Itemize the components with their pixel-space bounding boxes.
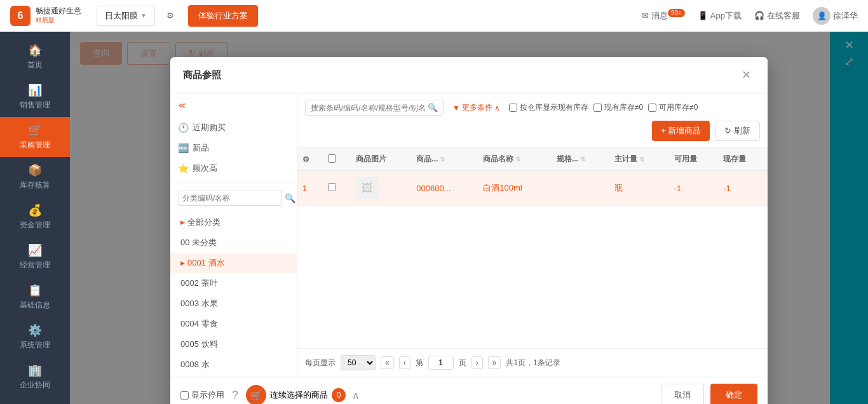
category-search-icon[interactable]: 🔍 bbox=[285, 193, 295, 203]
divider-1 bbox=[170, 184, 297, 184]
filter-button[interactable]: ▼ 更多条件 ∧ bbox=[449, 100, 504, 116]
topbar-right: ✉ 消息 99+ 📱 App下载 🎧 在线客服 👤 徐泽华 bbox=[642, 7, 858, 25]
show-disabled-text: 显示停用 bbox=[191, 389, 224, 401]
messages-badge: 99+ bbox=[668, 9, 685, 17]
online-service-btn[interactable]: 🎧 在线客服 bbox=[754, 10, 800, 22]
category-0001-label: 0001 酒水 bbox=[187, 257, 225, 269]
available-nonzero-checkbox-label[interactable]: 可用库存≠0 bbox=[648, 102, 698, 113]
purchase-icon: 🛒 bbox=[28, 123, 42, 137]
cancel-button[interactable]: 取消 bbox=[661, 384, 704, 404]
category-0003[interactable]: 0003 水果 bbox=[170, 293, 297, 314]
category-00[interactable]: 00 未分类 bbox=[170, 232, 297, 253]
warehouse-checkbox-label[interactable]: 按仓库显示现有库存 bbox=[509, 102, 588, 113]
available-nonzero-text: 可用库存≠0 bbox=[659, 102, 698, 113]
product-search-icon[interactable]: 🔍 bbox=[428, 103, 438, 112]
th-image: 商品图片 bbox=[351, 148, 412, 171]
system-icon: ⚙️ bbox=[28, 323, 42, 337]
first-page-button[interactable]: « bbox=[381, 356, 394, 369]
product-search-input[interactable] bbox=[311, 104, 425, 112]
active-triangle-icon: ▶ bbox=[180, 260, 185, 266]
cart-icon: 🛒 bbox=[246, 385, 266, 404]
experience-button[interactable]: 体验行业方案 bbox=[188, 5, 258, 27]
th-settings[interactable]: ⚙ bbox=[297, 148, 323, 171]
category-0001[interactable]: ▶ 0001 酒水 bbox=[170, 253, 297, 273]
sidebar-item-purchase[interactable]: 🛒 采购管理 bbox=[0, 117, 70, 157]
th-code[interactable]: 商品... bbox=[411, 148, 478, 171]
mobile-icon: 📱 bbox=[698, 11, 708, 20]
sidebar-label-finance: 资金管理 bbox=[20, 220, 50, 231]
cart-collapse-icon[interactable]: ∧ bbox=[352, 389, 360, 401]
show-disabled-label[interactable]: 显示停用 bbox=[180, 389, 224, 401]
th-checkbox[interactable] bbox=[323, 148, 350, 171]
next-page-button[interactable]: › bbox=[471, 356, 483, 369]
nav-selector[interactable]: 日太阳膜 ▼ bbox=[97, 6, 155, 26]
page-number-input[interactable] bbox=[428, 356, 454, 370]
available-nonzero-checkbox[interactable] bbox=[648, 104, 656, 112]
user-area[interactable]: 👤 徐泽华 bbox=[813, 7, 858, 25]
modal-footer: 显示停用 ? 🛒 连续选择的商品 0 ∧ 取消 确定 bbox=[170, 377, 768, 404]
modal-close-button[interactable]: ✕ bbox=[737, 66, 755, 84]
sidebar-item-inventory[interactable]: 📦 库存核算 bbox=[0, 157, 70, 197]
category-all[interactable]: ▶ 全部分类 bbox=[170, 212, 297, 232]
page-label: 第 bbox=[416, 358, 423, 368]
th-spec[interactable]: 规格... bbox=[552, 148, 609, 171]
category-search-input[interactable] bbox=[178, 191, 282, 206]
sidebar-item-basic[interactable]: 📋 基础信息 bbox=[0, 277, 70, 317]
app-download-btn[interactable]: 📱 App下载 bbox=[698, 10, 742, 22]
page-size-label: 每页显示 bbox=[305, 358, 336, 368]
category-0008[interactable]: 0008 水 bbox=[170, 354, 297, 372]
select-all-checkbox[interactable] bbox=[328, 154, 336, 163]
settings-icon[interactable]: ⚙ bbox=[160, 6, 180, 26]
prev-page-button[interactable]: ‹ bbox=[399, 356, 410, 369]
confirm-button[interactable]: 确定 bbox=[710, 384, 757, 404]
quick-link-frequent-label: 频次高 bbox=[193, 163, 217, 174]
cart-area[interactable]: 🛒 连续选择的商品 0 ∧ bbox=[246, 385, 360, 404]
nav-selector-label: 日太阳膜 bbox=[105, 10, 138, 22]
left-panel-header: ≪ bbox=[170, 98, 297, 115]
row-checkbox[interactable] bbox=[328, 183, 336, 191]
sidebar-item-home[interactable]: 🏠 首页 bbox=[0, 37, 70, 77]
pagination-row: 每页显示 50 20 100 « ‹ 第 页 › bbox=[297, 348, 768, 377]
add-product-button[interactable]: + 新增商品 bbox=[652, 121, 710, 141]
show-disabled-checkbox[interactable] bbox=[180, 391, 189, 400]
modal-title: 商品参照 bbox=[183, 69, 221, 81]
sidebar-item-enterprise[interactable]: 🏢 企业协同 bbox=[0, 357, 70, 397]
headset-icon: 🎧 bbox=[754, 11, 764, 20]
category-0002[interactable]: 0002 茶叶 bbox=[170, 273, 297, 293]
stock-nonzero-checkbox[interactable] bbox=[593, 104, 602, 112]
quick-link-frequent[interactable]: ⭐ 频次高 bbox=[170, 158, 297, 178]
clock-icon: 🕐 bbox=[178, 123, 189, 133]
stock-nonzero-checkbox-label[interactable]: 现有库存≠0 bbox=[593, 102, 643, 113]
warehouse-checkbox[interactable] bbox=[509, 104, 517, 112]
th-name[interactable]: 商品名称 bbox=[478, 148, 552, 171]
help-icon[interactable]: ? bbox=[232, 389, 238, 402]
sidebar-item-system[interactable]: ⚙️ 系统管理 bbox=[0, 317, 70, 357]
page-size-select[interactable]: 50 20 100 bbox=[341, 355, 376, 370]
td-stock: -1 bbox=[718, 171, 768, 206]
sidebar-item-sales[interactable]: 📊 销售管理 bbox=[0, 77, 70, 117]
sidebar-item-guide[interactable]: 🎯 新手引导 bbox=[0, 397, 70, 404]
sidebar-item-finance[interactable]: 💰 资金管理 bbox=[0, 197, 70, 237]
table-row[interactable]: 1 🖼 000600... 白酒100ml 瓶 bbox=[297, 171, 768, 206]
category-0004[interactable]: 0004 零食 bbox=[170, 314, 297, 334]
refresh-product-button[interactable]: ↻ 刷新 bbox=[715, 121, 760, 141]
footer-right: 取消 确定 bbox=[661, 384, 757, 404]
quick-link-new[interactable]: 🆕 新品 bbox=[170, 138, 297, 158]
toolbar-row: 🔍 ▼ 更多条件 ∧ 按仓库显示现有库存 bbox=[297, 93, 768, 148]
td-checkbox[interactable] bbox=[323, 171, 350, 206]
product-search-box: 🔍 bbox=[305, 100, 444, 116]
category-0005[interactable]: 0005 饮料 bbox=[170, 334, 297, 354]
quick-link-recent[interactable]: 🕐 近期购买 bbox=[170, 118, 297, 138]
avatar: 👤 bbox=[813, 7, 831, 25]
th-unit[interactable]: 主计量 bbox=[609, 148, 669, 171]
last-page-button[interactable]: » bbox=[488, 356, 501, 369]
quick-link-recent-label: 近期购买 bbox=[193, 122, 226, 133]
messages-btn[interactable]: ✉ 消息 99+ bbox=[642, 10, 685, 22]
sidebar-label-sales: 销售管理 bbox=[20, 100, 50, 111]
category-0005-label: 0005 饮料 bbox=[180, 339, 218, 350]
star-icon: ⭐ bbox=[178, 163, 189, 173]
expand-triangle-icon: ▶ bbox=[180, 219, 185, 226]
app-name: 畅捷通好生意 bbox=[36, 6, 81, 17]
td-name: 白酒100ml bbox=[478, 171, 552, 206]
sidebar-item-operations[interactable]: 📈 经营管理 bbox=[0, 237, 70, 277]
